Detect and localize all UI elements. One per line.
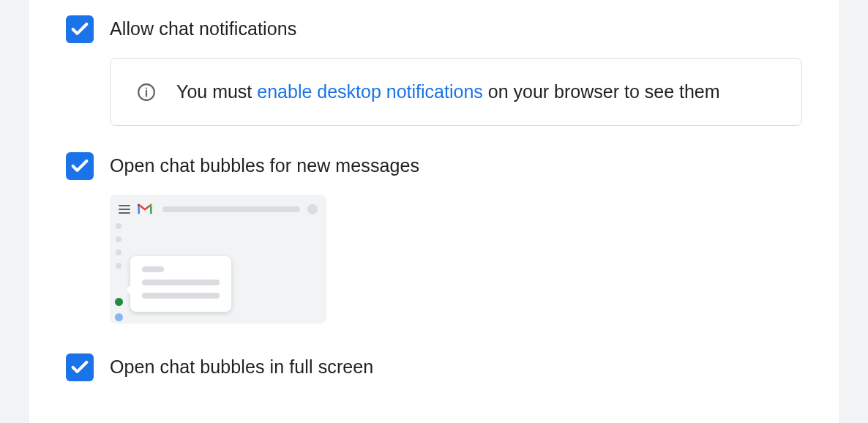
preview-search-placeholder xyxy=(162,206,300,212)
sidebar-dot-active-icon xyxy=(115,298,123,306)
bubble-text-line xyxy=(142,293,220,299)
enable-desktop-notifications-link[interactable]: enable desktop notifications xyxy=(257,81,483,102)
preview-sidebar-dots xyxy=(110,220,127,321)
bubble-text-line xyxy=(142,280,220,285)
sidebar-dot-icon xyxy=(116,223,121,229)
info-text-prefix: You must xyxy=(176,81,257,102)
label-chat-bubbles-new: Open chat bubbles for new messages xyxy=(110,151,419,179)
bubble-text-line xyxy=(142,266,164,272)
checkmark-icon xyxy=(70,357,90,378)
svg-point-2 xyxy=(146,87,147,89)
setting-row-chat-bubbles-new: Open chat bubbles for new messages xyxy=(66,151,802,180)
preview-chat-bubble xyxy=(130,256,231,312)
hamburger-icon xyxy=(119,205,130,214)
checkbox-chat-bubbles-fullscreen[interactable] xyxy=(66,353,94,381)
checkmark-icon xyxy=(70,156,90,176)
desktop-notifications-info-box: You must enable desktop notifications on… xyxy=(110,58,802,126)
setting-row-chat-bubbles-fullscreen: Open chat bubbles in full screen xyxy=(66,353,802,381)
preview-header xyxy=(110,195,326,219)
chat-bubble-preview xyxy=(110,195,326,323)
sidebar-dot-icon xyxy=(116,263,121,269)
setting-row-allow-chat-notifications: Allow chat notifications xyxy=(66,15,802,43)
preview-avatar-icon xyxy=(307,204,318,214)
sidebar-dot-icon xyxy=(115,313,123,321)
info-text-suffix: on your browser to see them xyxy=(483,81,720,102)
info-text: You must enable desktop notifications on… xyxy=(176,79,720,105)
checkbox-allow-chat-notifications[interactable] xyxy=(66,15,94,43)
sidebar-dot-icon xyxy=(116,250,121,255)
settings-card: Allow chat notifications You must enable… xyxy=(29,0,839,423)
checkbox-chat-bubbles-new[interactable] xyxy=(66,152,94,180)
info-icon xyxy=(137,83,156,102)
sidebar-dot-icon xyxy=(116,236,121,242)
checkmark-icon xyxy=(70,19,90,40)
label-chat-bubbles-fullscreen: Open chat bubbles in full screen xyxy=(110,353,373,381)
label-allow-chat-notifications: Allow chat notifications xyxy=(110,15,296,42)
gmail-logo-icon xyxy=(138,203,152,214)
